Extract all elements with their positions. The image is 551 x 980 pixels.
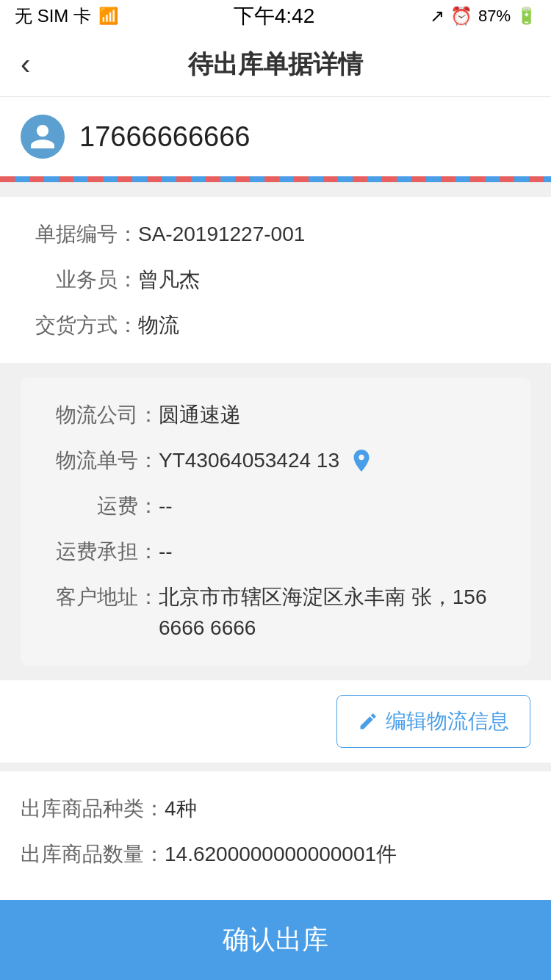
address-value: 北京市市辖区海淀区永丰南 张，156 6666 6666 bbox=[159, 582, 510, 644]
delivery-method-label: 交货方式： bbox=[21, 310, 138, 341]
salesperson-row: 业务员： 曾凡杰 bbox=[21, 264, 530, 295]
address-row: 客户地址： 北京市市辖区海淀区永丰南 张，156 6666 6666 bbox=[41, 582, 510, 644]
map-pin-icon[interactable] bbox=[348, 447, 375, 474]
page-title: 待出库单据详情 bbox=[188, 48, 363, 82]
logistics-company-label: 物流公司： bbox=[41, 400, 159, 430]
freight-bearer-label: 运费承担： bbox=[41, 536, 159, 567]
person-icon bbox=[28, 122, 57, 151]
edit-button-row: 编辑物流信息 bbox=[0, 680, 551, 763]
tracking-number-text: YT43064053424 13 bbox=[159, 445, 339, 476]
status-left: 无 SIM 卡 📶 bbox=[15, 4, 118, 28]
edit-icon bbox=[358, 711, 378, 732]
edit-logistics-button[interactable]: 编辑物流信息 bbox=[336, 695, 530, 748]
dashed-divider bbox=[0, 176, 551, 182]
goods-types-value: 4种 bbox=[165, 793, 530, 824]
salesperson-label: 业务员： bbox=[21, 264, 138, 295]
customer-phone: 17666666666 bbox=[79, 121, 250, 153]
freight-bearer-row: 运费承担： -- bbox=[41, 536, 510, 567]
freight-row: 运费： -- bbox=[41, 491, 510, 522]
avatar bbox=[21, 115, 65, 159]
address-label: 客户地址： bbox=[41, 582, 159, 613]
alarm-icon: ⏰ bbox=[450, 6, 472, 26]
freight-value: -- bbox=[159, 491, 510, 522]
tracking-number-value: YT43064053424 13 bbox=[159, 445, 510, 476]
carrier-text: 无 SIM 卡 bbox=[15, 4, 91, 28]
goods-quantity-row: 出库商品数量： 14.6200000000000001件 bbox=[21, 839, 530, 870]
goods-types-label: 出库商品种类： bbox=[21, 793, 165, 824]
tracking-number-row: 物流单号： YT43064053424 13 bbox=[41, 445, 510, 476]
order-number-label: 单据编号： bbox=[21, 219, 138, 250]
freight-bearer-value: -- bbox=[159, 536, 510, 567]
customer-header: 17666666666 bbox=[0, 97, 551, 176]
wifi-icon: 📶 bbox=[98, 7, 118, 26]
delivery-method-value: 物流 bbox=[138, 310, 530, 341]
order-number-value: SA-20191227-001 bbox=[138, 219, 530, 250]
order-number-row: 单据编号： SA-20191227-001 bbox=[21, 219, 530, 250]
goods-quantity-label: 出库商品数量： bbox=[21, 839, 165, 870]
logistics-company-row: 物流公司： 圆通速递 bbox=[41, 400, 510, 430]
nav-bar: ‹ 待出库单据详情 bbox=[0, 32, 551, 97]
goods-section: 出库商品种类： 4种 出库商品数量： 14.6200000000000001件 bbox=[0, 771, 551, 892]
delivery-method-row: 交货方式： 物流 bbox=[21, 310, 530, 341]
freight-label: 运费： bbox=[41, 491, 159, 522]
confirm-button-container[interactable]: 确认出库 bbox=[0, 900, 551, 980]
edit-logistics-label: 编辑物流信息 bbox=[386, 707, 509, 735]
battery-text: 87% bbox=[478, 7, 511, 26]
battery-icon: 🔋 bbox=[516, 7, 536, 26]
goods-types-row: 出库商品种类： 4种 bbox=[21, 793, 530, 824]
logistics-section: 物流公司： 圆通速递 物流单号： YT43064053424 13 运费： --… bbox=[21, 378, 530, 666]
status-right: ↗ ⏰ 87% 🔋 bbox=[430, 6, 536, 26]
goods-quantity-value: 14.6200000000000001件 bbox=[165, 839, 530, 870]
tracking-number-label: 物流单号： bbox=[41, 445, 159, 476]
salesperson-value: 曾凡杰 bbox=[138, 264, 530, 295]
section-divider bbox=[0, 763, 551, 771]
confirm-button-label: 确认出库 bbox=[223, 924, 328, 954]
order-info-section: 单据编号： SA-20191227-001 业务员： 曾凡杰 交货方式： 物流 bbox=[0, 197, 551, 363]
back-button[interactable]: ‹ bbox=[21, 48, 30, 81]
status-time: 下午4:42 bbox=[234, 2, 315, 30]
logistics-company-value: 圆通速递 bbox=[159, 400, 510, 430]
location-status-icon: ↗ bbox=[430, 6, 444, 26]
status-bar: 无 SIM 卡 📶 下午4:42 ↗ ⏰ 87% 🔋 bbox=[0, 0, 551, 32]
